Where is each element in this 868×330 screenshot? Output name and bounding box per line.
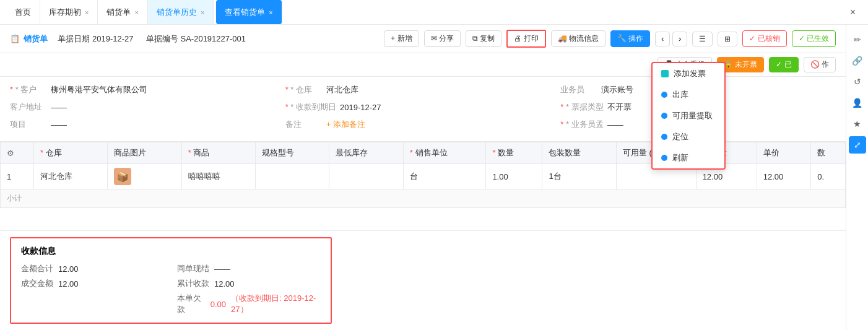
- tab-inventory-init[interactable]: 库存期初 ×: [40, 0, 98, 24]
- dropdown-locate[interactable]: 定位: [653, 126, 724, 147]
- doc-title-area: 📋 销货单 单据日期 2019-12-27 单据编号 SA-20191227-0…: [10, 33, 384, 45]
- salesperson-label: * 业务员孟: [560, 119, 603, 130]
- doc-date-value: 2019-12-27: [92, 34, 134, 43]
- next-arrow[interactable]: ›: [672, 32, 687, 46]
- total-amount-value: 12.00: [58, 264, 79, 274]
- cell-pkg-qty: 1台: [542, 164, 616, 189]
- customer-field: * 客户 柳州粤港平安气体有限公司: [10, 84, 285, 95]
- cell-warehouse: 河北仓库: [33, 164, 107, 189]
- customer-label: * 客户: [10, 84, 47, 95]
- cell-amount: 0.: [811, 164, 846, 189]
- nav-arrows: ‹ ›: [655, 32, 687, 46]
- confirm-button[interactable]: ✓ 已: [769, 57, 798, 72]
- doc-actions: + 新增 ✉ 分享 ⧉ 复制 🖨 打印 🚚 物流信息 🔧 操作 ‹ › ☰ ⊞ …: [384, 30, 836, 48]
- locate-label: 定位: [672, 131, 688, 142]
- side-edit-icon[interactable]: ✏: [849, 31, 866, 48]
- total-amount-row: 金额合计 12.00: [21, 263, 165, 274]
- right-panel: ✏ 🔗 ↺ 👤 ★ ⤢: [846, 25, 868, 330]
- warehouse-label: * 仓库: [285, 84, 323, 95]
- operations-button[interactable]: 🔧 操作: [610, 30, 650, 47]
- col-pkg-qty: 包装数量: [542, 142, 616, 164]
- settle-row: 同单现结 ——: [177, 263, 321, 274]
- add-note-button[interactable]: + 添加备注: [326, 119, 365, 130]
- col-price: 单价: [757, 142, 811, 164]
- payment-title: 收款信息: [21, 246, 321, 257]
- cancel2-button[interactable]: 🚫 作: [804, 57, 836, 72]
- side-user-icon[interactable]: 👤: [849, 94, 866, 111]
- add-invoice-icon: [661, 70, 669, 77]
- col-settings[interactable]: ⚙: [1, 142, 34, 164]
- refresh-icon: [661, 155, 667, 161]
- refresh-label: 刷新: [672, 152, 688, 163]
- cumulative-row: 累计收款 12.00: [177, 278, 321, 289]
- note-field: 备注 + 添加备注: [285, 119, 561, 130]
- ticket-type-label: * 票据类型: [560, 102, 603, 113]
- balance-value: 0.00: [210, 300, 226, 309]
- payment-date-field: * 收款到期日 2019-12-27: [285, 102, 561, 113]
- prev-arrow[interactable]: ‹: [655, 32, 670, 46]
- dropdown-warehouse-out[interactable]: 出库: [653, 84, 724, 105]
- tab-check-label: 查看销货单: [225, 7, 265, 18]
- available-qty-icon: [661, 113, 667, 119]
- tab-sales-history[interactable]: 销货单历史 ×: [148, 0, 214, 24]
- doc-title: 📋 销货单: [10, 33, 48, 45]
- tab-inventory-close[interactable]: ×: [85, 9, 89, 16]
- balance-label: 本单欠款: [177, 293, 206, 315]
- dropdown-add-invoice[interactable]: 添加发票: [653, 63, 724, 84]
- subtotal-label: 小计: [1, 189, 846, 208]
- side-refresh-icon[interactable]: ↺: [849, 73, 866, 90]
- window-close-button[interactable]: ×: [844, 7, 862, 18]
- deal-amount-label: 成交金额: [21, 278, 53, 289]
- view-toggle-list[interactable]: ☰: [692, 32, 713, 46]
- share-button[interactable]: ✉ 分享: [424, 30, 461, 47]
- tab-home[interactable]: 首页: [6, 0, 40, 24]
- cell-price: 12.00: [757, 164, 811, 189]
- employee-value: 演示账号: [601, 84, 633, 95]
- warehouse-value: 河北仓库: [326, 84, 358, 95]
- doc-date-label: 单据日期 2019-12-27: [58, 33, 134, 45]
- tab-home-label: 首页: [15, 7, 31, 18]
- col-unit: 销售单位: [403, 142, 486, 164]
- new-button[interactable]: + 新增: [384, 30, 419, 47]
- operations-dropdown: 添加发票 出库 可用量提取 定位 刷新: [651, 62, 726, 170]
- tab-sales-order[interactable]: 销货单 ×: [98, 0, 147, 24]
- tab-check-sales[interactable]: 查看销货单 ×: [216, 0, 282, 24]
- tab-bar: 首页 库存期初 × 销货单 × 销货单历史 × 查看销货单 × ×: [0, 0, 868, 25]
- side-star-icon[interactable]: ★: [849, 115, 866, 132]
- payment-info: 收款信息 金额合计 12.00 同单现结 —— 成交金额 12.00 累计收款 …: [10, 237, 332, 324]
- settle-label: 同单现结: [177, 263, 209, 274]
- tab-history-close[interactable]: ×: [201, 9, 204, 16]
- warehouse-out-icon: [661, 92, 667, 98]
- col-warehouse: 仓库: [33, 142, 107, 164]
- tab-check-close[interactable]: ×: [269, 9, 272, 16]
- project-value: ——: [51, 120, 67, 129]
- locate-icon: [661, 134, 667, 140]
- tab-sales-close[interactable]: ×: [134, 9, 138, 16]
- doc-icon: 📋: [10, 34, 20, 43]
- print-button[interactable]: 🖨 打印: [506, 30, 545, 48]
- dropdown-available-qty[interactable]: 可用量提取: [653, 105, 724, 126]
- doc-number-value: SA-20191227-001: [181, 34, 246, 43]
- cell-spec: [256, 164, 329, 189]
- logistics-button[interactable]: 🚚 物流信息: [551, 30, 605, 47]
- doc-meta: 单据日期 2019-12-27 单据编号 SA-20191227-001: [58, 33, 246, 45]
- doc-number-label: 单据编号 SA-20191227-001: [146, 33, 246, 45]
- effect-status-button[interactable]: ✓ 已生效: [792, 30, 836, 47]
- cancel-status-button[interactable]: ✓ 已核销: [742, 30, 786, 47]
- tab-inventory-label: 库存期初: [49, 7, 81, 18]
- cell-product: 嘻嘻嘻嘻: [181, 164, 255, 189]
- dropdown-refresh[interactable]: 刷新: [653, 147, 724, 168]
- cell-index: 1: [1, 164, 34, 189]
- view-toggle-grid[interactable]: ⊞: [718, 32, 737, 46]
- cell-min-stock: [329, 164, 403, 189]
- side-expand-icon[interactable]: ⤢: [849, 136, 866, 154]
- payment-grid: 金额合计 12.00 同单现结 —— 成交金额 12.00 累计收款 12.00: [21, 263, 321, 315]
- warehouse-out-label: 出库: [672, 89, 688, 100]
- col-min-stock: 最低库存: [329, 142, 403, 164]
- cumulative-value: 12.00: [214, 279, 235, 289]
- ticket-type-value: 不开票: [607, 102, 631, 113]
- copy-button[interactable]: ⧉ 复制: [466, 30, 501, 47]
- address-value: ——: [51, 103, 67, 112]
- note-label: 备注: [285, 119, 323, 130]
- side-link-icon[interactable]: 🔗: [849, 52, 866, 69]
